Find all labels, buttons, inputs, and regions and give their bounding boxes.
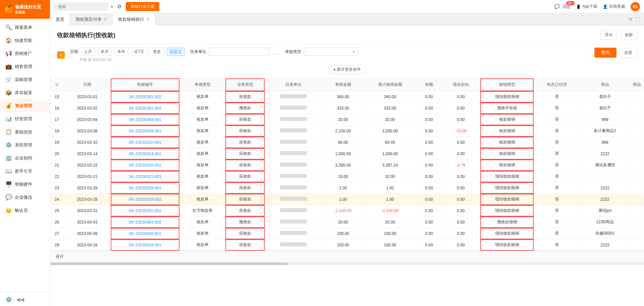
cell-biz-type: 应收款 [225, 160, 264, 171]
tab-prepay-orders-close[interactable]: ✕ [104, 17, 107, 22]
sidebar-item-operations[interactable]: 📊 经营管理 [0, 112, 50, 125]
export-button[interactable]: 导出 [600, 30, 617, 40]
cell-customer [265, 103, 323, 114]
sidebar-item-marketing[interactable]: 📢 营销推广 [0, 47, 50, 60]
customer-input[interactable] [209, 48, 269, 56]
doc-no-link[interactable]: SK-20230321-003 [129, 174, 161, 179]
sidebar-item-corp[interactable]: 🏢 企业协同 [0, 151, 50, 165]
sidebar-item-purchase[interactable]: 🛒 采购管理 [0, 73, 50, 86]
message-badge: 99+ [566, 1, 575, 5]
date-btn-more[interactable]: 更多 [150, 48, 164, 56]
cell-included: 否 [534, 171, 580, 182]
close-window-icon[interactable]: ✕ [628, 16, 633, 22]
sidebar-item-inventory[interactable]: 📦 库存核算 [0, 86, 50, 99]
table-scrollbar[interactable] [50, 262, 644, 265]
sidebar-item-finance[interactable]: 💰 资金管理 [0, 99, 50, 112]
tab-home[interactable]: 首页 [50, 13, 70, 25]
date-btn-last-month[interactable]: 上月 [81, 48, 95, 56]
expand-more-button[interactable]: ▾ 展开更多条件 [329, 65, 365, 74]
topbar-right: 💬 消息 99+ 📱 App下载 👤 在线客服 Rit [554, 2, 640, 11]
date-btn-this-year[interactable]: 本年 [114, 48, 128, 56]
collapse-icon[interactable]: ◀◀ [16, 296, 24, 303]
cell-goods2 [630, 182, 644, 194]
table-row: 22 2023-03-21 SK-20230321-003 收款单 应收款 10… [50, 171, 644, 182]
cell-customer [265, 148, 323, 160]
doc-no-link[interactable]: SK-20230315-002 [129, 163, 161, 168]
cell-customer [265, 217, 323, 228]
cell-cumulative: 100.00 [363, 239, 417, 251]
dropdown-arrow-icon[interactable]: ▾ [111, 4, 113, 9]
th-discount: 现金折扣 [441, 78, 480, 91]
refresh-button[interactable]: 刷新 [621, 30, 637, 40]
sidebar-item-sales[interactable]: 💼 销售管理 [0, 60, 50, 73]
cell-doc-no: SK-20230314-001 [111, 148, 179, 160]
sidebar-item-smart-hw[interactable]: 🖥️ 智能硬件 [0, 178, 50, 191]
cell-no: 26 [50, 217, 64, 228]
message-button[interactable]: 💬 消息 99+ [554, 4, 570, 10]
cell-doc-type: 收款单 [179, 160, 226, 171]
cell-doc-no: SK-20230418-001 [111, 239, 179, 251]
industry-solution-button[interactable]: 体验行业方案 [126, 2, 159, 11]
cell-doc-no: SK-20230408-001 [111, 228, 179, 239]
cell-included: 否 [534, 125, 580, 137]
cell-biz-type: 应收款 [225, 91, 264, 103]
doc-no-link[interactable]: SK-20230328-002 [129, 197, 161, 202]
date-btn-7days[interactable]: 近7天 [131, 48, 148, 56]
doc-no-link[interactable]: SK-20230310-001 [129, 140, 161, 145]
gear-icon[interactable]: ⚙ [117, 3, 122, 10]
cell-doc-type: 收款单 [179, 171, 226, 182]
cell-date: 2023-03-01 [64, 91, 111, 103]
sidebar-item-basics[interactable]: 📋 基础信息 [0, 125, 50, 138]
date-btn-this-month[interactable]: 本月 [98, 48, 112, 56]
tab-collection-exec-close[interactable]: ✕ [146, 17, 150, 22]
query-button[interactable]: 查询 [594, 48, 616, 58]
cell-balance: 0.00 [417, 228, 441, 239]
doc-no-link[interactable]: SK-20230403-002 [129, 220, 161, 225]
cell-customer [265, 239, 323, 251]
topbar-search-input[interactable] [54, 3, 108, 11]
sidebar-menu: 🔍 搜索菜单 🏠 快捷导航 📢 营销推广 💼 销售管理 🛒 采购管理 📦 库存核… [0, 19, 50, 293]
table-row: 15 2023-03-01 SK-20230301-002 收款单 应收款 36… [50, 91, 644, 103]
cell-included: 否 [534, 91, 580, 103]
receipt-type-select[interactable] [304, 48, 358, 56]
doc-no-link[interactable]: SK-20230408-001 [129, 231, 161, 236]
setting-button[interactable]: 设置 [619, 48, 637, 58]
app-download-button[interactable]: 📱 App下载 [576, 4, 597, 9]
doc-no-link[interactable]: SK-20230301-002 [129, 95, 161, 99]
table-gear-icon[interactable]: ⚙ [55, 82, 59, 87]
sidebar-item-member[interactable]: 👑 畅会员 [0, 204, 50, 217]
sidebar-item-corp-wechat[interactable]: 💬 企业微信 [0, 191, 50, 204]
cell-biz-type: 应收款 [225, 125, 264, 137]
cell-amount: 1.00 [323, 182, 363, 194]
doc-no-link[interactable]: SK-20230418-001 [129, 243, 161, 247]
sidebar-item-system[interactable]: ⚙️ 系统管理 [0, 138, 50, 151]
doc-no-link[interactable]: SK-20230314-001 [129, 151, 161, 156]
filter-toggle-button[interactable]: » [57, 51, 65, 59]
tabbar: 首页 预收预应付单 ✕ 收款核销执行 ✕ ✕ ⛶ [50, 13, 644, 25]
sidebar-item-newbie[interactable]: 📖 新手引导 [0, 165, 50, 178]
customer-filter: 往来单位 ... [190, 48, 280, 56]
doc-no-link[interactable]: SK-20230331-002 [129, 208, 161, 213]
sidebar-item-quick-nav[interactable]: 🏠 快捷导航 [0, 34, 50, 47]
settings-icon[interactable]: ⚙️ [5, 296, 12, 303]
doc-no-link[interactable]: SK-20230308-001 [129, 129, 161, 133]
cell-doc-type: 收款单 [179, 182, 226, 194]
cell-amount: 1.00 [323, 194, 363, 205]
doc-no-link[interactable]: SK-20230328-001 [129, 186, 161, 190]
tab-collection-exec[interactable]: 收款核销执行 ✕ [113, 13, 155, 25]
newbie-icon: 📖 [5, 168, 12, 174]
doc-no-link[interactable]: SK-20230302-002 [129, 106, 161, 111]
date-btn-custom[interactable]: 自定义 [167, 48, 185, 56]
online-service-button[interactable]: 👤 在线客服 [603, 4, 625, 9]
user-avatar[interactable]: Rit [631, 2, 640, 11]
cell-date: 2023-04-08 [64, 228, 111, 239]
cell-included: 否 [534, 148, 580, 160]
tab-prepay-orders[interactable]: 预收预应付单 ✕ [70, 13, 113, 25]
more-filters-dots[interactable]: ... [272, 48, 280, 56]
maximize-icon[interactable]: ⛶ [635, 17, 640, 22]
cell-doc-no: SK-20230301-002 [111, 91, 179, 103]
doc-no-link[interactable]: SK-20230304-001 [129, 117, 161, 122]
cell-goods2 [630, 125, 644, 137]
sidebar-item-search-menu[interactable]: 🔍 搜索菜单 [0, 21, 50, 34]
filter-actions: 查询 设置 [594, 48, 637, 58]
